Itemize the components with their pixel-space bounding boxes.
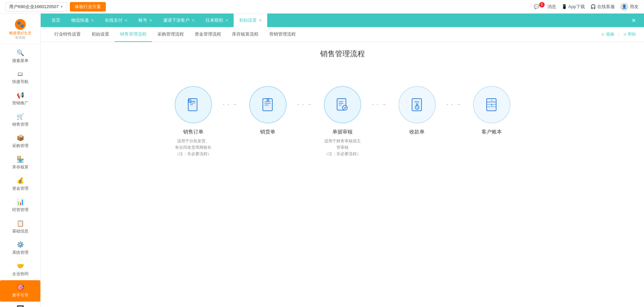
message-item[interactable]: 💬 6 消息 [534,4,556,10]
nav-tab-payment-close[interactable]: ✕ [124,18,128,23]
main-content: 首页 物流快递 ✕ 在线支付 ✕ 账号 ✕ 邀请下游客户 ✕ 往来期初 ✕ [41,14,644,307]
sidebar-label-marketing: 营销推广 [12,100,28,106]
svg-rect-4 [189,100,191,102]
flow-arrow-3: - - → [370,86,390,107]
sidebar-item-purchase[interactable]: 📦 采购管理 [0,131,40,152]
sidebar-item-basic[interactable]: 📋 基础信息 [0,216,40,238]
sub-tab-purchase-flow[interactable]: 采购管理流程 [152,27,189,42]
sidebar-label-guide: 新手引导 [12,292,28,298]
flow-label-audit: 单据审核 [332,129,353,135]
collab-icon: 🤝 [17,262,24,270]
sidebar-item-quick[interactable]: 🗂 快捷导航 [0,67,40,88]
user-profile-item[interactable]: 👤 用友 [620,3,639,11]
top-bar: 用户690企业1660120507 ▼ 体验行业方案 💬 6 消息 📱 App下… [0,0,644,14]
user-selector[interactable]: 用户690企业1660120507 ▼ [5,2,67,12]
sub-tab-marketing-flow[interactable]: 营销管理流程 [264,27,301,42]
sub-tabs: 行业特性设置 初始设置 销售管理流程 采购管理流程 资金管理流程 库存核算流程 … [41,27,644,42]
trial-button[interactable]: 体验行业方案 [70,2,106,12]
nav-tab-invite-label: 邀请下游客户 [163,17,190,23]
nav-tab-init[interactable]: 初始设置 ✕ [234,14,267,27]
flow-circle-audit [324,86,361,123]
flow-arrow-1: - - → [220,86,241,107]
message-icon: 💬 [534,4,539,9]
sub-tab-actions: ⊙ 视频 | ⊙ 帮助 [601,32,636,37]
app-label: App下载 [568,4,585,10]
page-body: 销售管理流程 销售订单 适用于分批发货、有合同 [41,42,644,307]
nav-tab-period-close[interactable]: ✕ [225,18,228,23]
sidebar-item-apps[interactable]: 🔲 应用中心 [0,302,40,307]
sub-tab-finance-flow[interactable]: 资金管理流程 [189,27,227,42]
sub-tab-finance-flow-label: 资金管理流程 [195,31,221,37]
sidebar-item-sales[interactable]: 🛒 销售管理 [0,109,40,131]
svg-point-9 [267,99,269,101]
chevron-down-icon: ▼ [60,5,63,8]
flow-label-receipt: 收款单 [409,129,425,135]
svg-point-11 [343,105,347,110]
nav-tab-account-label: 账号 [138,17,147,23]
svg-point-20 [415,105,419,109]
sidebar-label-operation: 经营管理 [12,207,28,213]
flow-item-account-book: ¥ ¥ 客户账本 [465,86,519,138]
user-name-label: 用友 [630,4,639,10]
sidebar-item-marketing[interactable]: 📢 营销推广 [0,88,40,109]
sub-tab-industry[interactable]: 行业特性设置 [49,27,86,42]
sub-tab-stock-flow-label: 库存核算流程 [232,31,258,37]
app-download-item[interactable]: 📱 App下载 [562,4,585,10]
flow-label-sales-order: 销售订单 [183,129,203,135]
sub-tab-marketing-flow-label: 营销管理流程 [269,31,296,37]
sidebar-label-search: 搜索菜单 [12,58,28,64]
nav-tab-payment[interactable]: 在线支付 ✕ [99,14,133,27]
flow-item-receipt: ¥ 收款单 [390,86,444,138]
flow-circle-sales-bill [249,86,287,123]
sidebar-item-guide[interactable]: 🎯 新手引导 [0,280,40,302]
nav-tab-init-label: 初始设置 [239,17,257,23]
nav-tab-invite-close[interactable]: ✕ [192,18,195,23]
nav-tab-home[interactable]: 首页 [46,14,66,27]
search-icon: 🔍 [17,49,24,57]
nav-tab-logistics[interactable]: 物流快递 ✕ [66,14,99,27]
sub-tab-initial-label: 初始设置 [92,31,109,37]
sidebar-item-search[interactable]: 🔍 搜索菜单 [0,46,40,67]
nav-tab-init-close[interactable]: ✕ [259,18,262,23]
sidebar-logo: 🐾 畅捷通好生意 标准版 [0,16,40,44]
nav-tab-period-label: 往来期初 [206,17,223,23]
sidebar-label-purchase: 采购管理 [12,143,28,149]
close-all-icon[interactable]: ✕ [629,17,639,24]
quick-icon: 🗂 [17,70,23,78]
user-label: 用户690企业1660120507 [9,4,59,10]
video-action[interactable]: ⊙ 视频 [601,32,614,37]
sidebar-label-sales: 销售管理 [12,122,28,127]
nav-tab-payment-label: 在线支付 [105,17,122,23]
sub-tab-stock-flow[interactable]: 库存核算流程 [227,27,264,42]
logo-text: 畅捷通好生意 [9,30,32,35]
sidebar-item-finance[interactable]: 💰 资金管理 [0,173,40,195]
sub-tab-sales-flow[interactable]: 销售管理流程 [115,27,152,42]
layout: 🐾 畅捷通好生意 标准版 🔍 搜索菜单 🗂 快捷导航 📢 营销推广 🛒 销售管理… [0,14,644,307]
nav-tab-invite[interactable]: 邀请下游客户 ✕ [158,14,200,27]
flow-label-account-book: 客户账本 [482,129,502,135]
top-bar-left: 用户690企业1660120507 ▼ 体验行业方案 [5,2,106,12]
help-action[interactable]: ⊙ 帮助 [623,32,636,37]
flow-circle-account-book: ¥ ¥ [473,86,510,123]
nav-tab-home-label: 首页 [52,17,60,23]
sidebar-label-system: 系统管理 [12,250,28,255]
sidebar-item-operation[interactable]: 📊 经营管理 [0,195,40,216]
sidebar-label-basic: 基础信息 [12,228,28,234]
service-label: 在线客服 [597,4,615,10]
sidebar-item-stock[interactable]: 🏪 库存核算 [0,152,40,173]
nav-tab-account[interactable]: 账号 ✕ [133,14,158,27]
flow-arrow-2: - - → [295,86,315,107]
sub-tab-initial[interactable]: 初始设置 [86,27,115,42]
divider: | [618,32,619,37]
sidebar-item-collab[interactable]: 🤝 企业协同 [0,259,40,280]
nav-tab-period[interactable]: 往来期初 ✕ [200,14,234,27]
nav-tab-account-close[interactable]: ✕ [149,18,152,23]
flow-desc-sales-order: 适用于分批发货、有合同发货周期较长（注：非必要流程） [175,138,212,158]
marketing-icon: 📢 [17,91,24,99]
svg-text:¥: ¥ [490,103,493,107]
sidebar-item-system[interactable]: ⚙️ 系统管理 [0,238,40,259]
flow-item-sales-order: 销售订单 适用于分批发货、有合同发货周期较长（注：非必要流程） [166,86,220,158]
customer-service-item[interactable]: 🎧 在线客服 [590,4,615,10]
nav-tab-logistics-close[interactable]: ✕ [91,18,94,23]
sidebar-label-stock: 库存核算 [12,164,28,170]
